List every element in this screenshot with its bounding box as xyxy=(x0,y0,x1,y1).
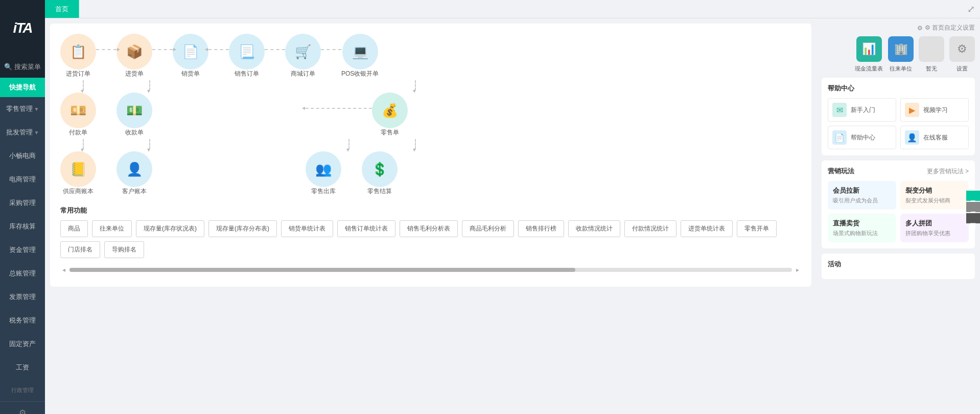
func-btn-stock-status[interactable]: 现存量(库存状况表) xyxy=(136,220,204,237)
marketing-item-fission[interactable]: 裂变分销 裂变式发展分销商 xyxy=(900,181,969,210)
help-item-beginner[interactable]: ✉ 新手入门 xyxy=(828,98,896,122)
empty-icon xyxy=(919,36,944,62)
wf-node-sale[interactable]: 📄 销货单 xyxy=(173,34,208,78)
wf-node-retail[interactable]: 💰 零售单 xyxy=(372,93,408,137)
logo-area: iTA xyxy=(0,0,45,56)
help-title: 帮助中心 xyxy=(828,84,969,93)
func-btn-goods[interactable]: 商品 xyxy=(60,220,88,237)
more-marketing-link[interactable]: 更多营销玩法 > xyxy=(927,167,969,176)
sidebar-nav-header: 快捷导航 xyxy=(0,78,45,97)
purchase-icon: 📦 xyxy=(116,34,152,70)
func-btn-receipt-stat[interactable]: 收款情况统计 xyxy=(568,220,620,237)
retail-label: 零售单 xyxy=(381,128,399,137)
activity-title: 活动 xyxy=(828,260,969,269)
right-panel: ⚙ ⚙ 首页自定义设置 📊 现金流量表 🏢 往来单位 暂无 ⚙ xyxy=(816,18,980,414)
marketing-title: 营销玩法 xyxy=(828,167,854,176)
func-btn-goods-profit[interactable]: 商品毛利分析 xyxy=(462,220,514,237)
sidebar-settings-button[interactable]: ⚙ xyxy=(0,401,45,414)
sidebar-item-wholesale[interactable]: 批发管理 ▼ xyxy=(0,121,45,144)
func-grid: 商品 往来单位 现存量(库存状况表) 现存量(库存分布表) 销货单统计表 销售订… xyxy=(60,220,801,258)
scroll-thumb xyxy=(69,268,575,272)
quick-icon-settings[interactable]: ⚙ 设置 xyxy=(949,36,975,73)
wf-node-sale-order[interactable]: 📃 销售订单 xyxy=(229,34,265,78)
tab-home[interactable]: 首页 xyxy=(45,0,79,18)
purchase-order-label: 进货订单 xyxy=(66,70,90,78)
purchase-order-icon: 📋 xyxy=(60,34,96,70)
supplier-book-icon: 📒 xyxy=(60,151,96,187)
sidebar-item-tax[interactable]: 税务管理 xyxy=(0,309,45,332)
func-btn-sale-order-stat[interactable]: 销售订单统计表 xyxy=(337,220,395,237)
help-icon-icon: 📄 xyxy=(832,130,847,145)
quick-icon-empty[interactable]: 暂无 xyxy=(919,36,944,73)
wf-node-mall-order[interactable]: 🛒 商城订单 xyxy=(285,34,321,78)
sale-order-icon: 📃 xyxy=(229,34,265,70)
help-item-help[interactable]: 📄 帮助中心 xyxy=(828,126,896,149)
sidebar-item-inventory[interactable]: 库存核算 xyxy=(0,215,45,238)
retail-out-icon: 👥 xyxy=(306,151,341,187)
wf-node-receipt[interactable]: 💵 收款单 xyxy=(116,93,152,137)
wf-node-retail-settle[interactable]: 💲 零售结算 xyxy=(362,151,398,196)
float-btn-hotline[interactable]: 客服热线 xyxy=(966,191,980,201)
marketing-card: 营销玩法 更多营销玩法 > 会员拉新 吸引用户成为会员 裂变分销 裂变式发展分销… xyxy=(822,160,975,248)
scroll-right-button[interactable]: ▸ xyxy=(794,265,801,274)
sidebar-item-payroll[interactable]: 工资 xyxy=(0,356,45,379)
payment-icon: 💴 xyxy=(60,93,96,128)
contacts-icon: 🏢 xyxy=(888,36,914,62)
quick-icon-cashflow[interactable]: 📊 现金流量表 xyxy=(855,36,883,73)
sidebar-item-finance[interactable]: 资金管理 xyxy=(0,238,45,262)
sidebar-item-invoice[interactable]: 发票管理 xyxy=(0,285,45,309)
receipt-icon: 💵 xyxy=(116,93,152,128)
retail-out-label: 零售出库 xyxy=(311,187,336,196)
func-btn-sale-profit[interactable]: 销售毛利分析表 xyxy=(400,220,458,237)
member-desc: 吸引用户成为会员 xyxy=(833,197,891,204)
marketing-item-live[interactable]: 直播卖货 场景式购物新玩法 xyxy=(828,214,896,242)
customize-homepage-button[interactable]: ⚙ ⚙ 首页自定义设置 xyxy=(822,24,975,32)
func-btn-purchase-stat[interactable]: 进货单统计表 xyxy=(681,220,733,237)
func-btn-sale-rank[interactable]: 销售排行榜 xyxy=(518,220,564,237)
marketing-grid: 会员拉新 吸引用户成为会员 裂变分销 裂变式发展分销商 直播卖货 场景式购物新玩… xyxy=(828,181,969,242)
sidebar-item-ecom-mgmt[interactable]: 电商管理 xyxy=(0,168,45,191)
fission-title: 裂变分销 xyxy=(905,186,964,195)
func-btn-contacts[interactable]: 往来单位 xyxy=(92,220,132,237)
wf-node-payment[interactable]: 💴 付款单 xyxy=(60,93,96,137)
func-btn-guide-rank[interactable]: 导购排名 xyxy=(104,241,144,258)
quick-icon-contacts[interactable]: 🏢 往来单位 xyxy=(888,36,914,73)
expand-icon[interactable]: ⤢ xyxy=(967,4,980,15)
sidebar-item-assets[interactable]: 固定资产 xyxy=(0,332,45,356)
cashflow-icon: 📊 xyxy=(856,36,882,62)
sale-icon: 📄 xyxy=(173,34,208,70)
sidebar-item-purchase[interactable]: 采购管理 xyxy=(0,191,45,215)
cashflow-label: 现金流量表 xyxy=(855,65,883,73)
func-btn-retail-order[interactable]: 零售开单 xyxy=(737,220,777,237)
sidebar-item-retail[interactable]: 零售管理 ▼ xyxy=(0,97,45,121)
sidebar-item-ecom[interactable]: 小畅电商 xyxy=(0,144,45,168)
func-btn-store-rank[interactable]: 门店排名 xyxy=(60,241,100,258)
scroll-left-button[interactable]: ◂ xyxy=(60,265,67,274)
help-item-video[interactable]: ▶ 视频学习 xyxy=(900,98,969,122)
float-btn-community[interactable]: 服务社区 xyxy=(966,202,980,212)
member-title: 会员拉新 xyxy=(833,186,891,195)
scroll-track[interactable] xyxy=(69,268,792,272)
mall-order-label: 商城订单 xyxy=(291,70,315,78)
marketing-item-member[interactable]: 会员拉新 吸引用户成为会员 xyxy=(828,181,896,210)
sidebar: iTA 🔍 搜索菜单 快捷导航 零售管理 ▼ 批发管理 ▼ 小畅电商 电商管理 … xyxy=(0,0,45,414)
sidebar-item-ledger[interactable]: 总账管理 xyxy=(0,262,45,285)
func-btn-stock-dist[interactable]: 现存量(库存分布表) xyxy=(208,220,277,237)
sidebar-item-admin[interactable]: 行政管理 xyxy=(0,379,45,401)
wf-node-pos[interactable]: 💻 POS收银开单 xyxy=(341,34,379,78)
mall-order-icon: 🛒 xyxy=(285,34,321,70)
help-item-support[interactable]: 👤 在线客服 xyxy=(900,126,969,149)
func-btn-payment-stat[interactable]: 付款情况统计 xyxy=(624,220,676,237)
common-func-title: 常用功能 xyxy=(60,206,801,215)
wf-node-customer-book[interactable]: 👤 客户账本 xyxy=(116,151,152,196)
func-btn-sale-stat[interactable]: 销货单统计表 xyxy=(281,220,333,237)
float-btn-shortcut[interactable]: 桌面快捷 xyxy=(966,213,980,223)
wf-node-supplier-book[interactable]: 📒 供应商账本 xyxy=(60,151,96,196)
help-grid: ✉ 新手入门 ▶ 视频学习 📄 帮助中心 👤 在线客服 xyxy=(828,98,969,149)
marketing-item-group[interactable]: 多人拼团 拼团购物享受优惠 xyxy=(900,214,969,242)
settings-icon: ⚙ xyxy=(949,36,975,62)
wf-node-purchase-order[interactable]: 📋 进货订单 xyxy=(60,34,96,78)
wf-node-purchase[interactable]: 📦 进货单 xyxy=(116,34,152,78)
sidebar-search[interactable]: 🔍 搜索菜单 xyxy=(0,56,45,78)
wf-node-retail-out[interactable]: 👥 零售出库 xyxy=(306,151,341,196)
